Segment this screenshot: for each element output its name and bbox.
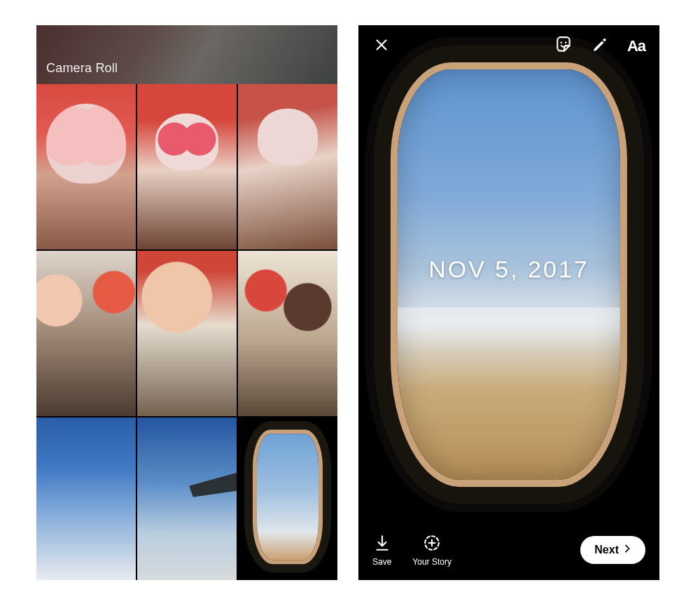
next-button[interactable]: Next — [580, 536, 645, 564]
camera-roll-header[interactable]: Camera Roll — [36, 25, 337, 84]
story-top-bar: Aa — [358, 25, 659, 67]
photo-thumbnail[interactable] — [36, 84, 136, 249]
your-story-button[interactable]: Your Story — [412, 534, 451, 567]
sticker-icon — [554, 36, 573, 57]
photo-thumbnail[interactable] — [238, 251, 337, 416]
story-bottom-bar: Save Your Story Next — [358, 520, 659, 580]
add-story-icon — [423, 534, 441, 554]
story-editor-screen: NOV 5, 2017 Aa — [358, 25, 659, 580]
camera-roll-screen: Camera Roll — [36, 25, 337, 580]
photo-thumbnail[interactable] — [36, 418, 136, 580]
text-icon: Aa — [627, 37, 645, 55]
photo-thumbnail[interactable] — [137, 418, 237, 580]
svg-point-3 — [565, 41, 567, 43]
photo-thumbnail[interactable] — [36, 251, 136, 416]
text-button[interactable]: Aa — [626, 36, 647, 57]
your-story-label: Your Story — [412, 557, 451, 567]
sticker-button[interactable] — [553, 36, 574, 57]
svg-point-2 — [560, 41, 562, 43]
pencil-icon — [592, 36, 608, 56]
photo-thumbnail[interactable] — [238, 418, 337, 580]
save-label: Save — [372, 557, 391, 567]
close-icon — [374, 37, 389, 55]
photo-thumbnail[interactable] — [137, 84, 237, 249]
camera-roll-title: Camera Roll — [46, 61, 118, 76]
save-button[interactable]: Save — [372, 534, 391, 567]
story-canvas[interactable]: NOV 5, 2017 — [358, 25, 659, 580]
photo-thumbnail[interactable] — [137, 251, 237, 416]
chevron-right-icon — [622, 543, 633, 557]
photo-thumbnail[interactable] — [238, 84, 337, 249]
photo-grid — [36, 84, 337, 580]
next-label: Next — [594, 544, 619, 556]
close-button[interactable] — [371, 36, 392, 57]
date-sticker[interactable]: NOV 5, 2017 — [428, 256, 589, 283]
draw-button[interactable] — [589, 36, 610, 57]
download-icon — [373, 534, 391, 554]
